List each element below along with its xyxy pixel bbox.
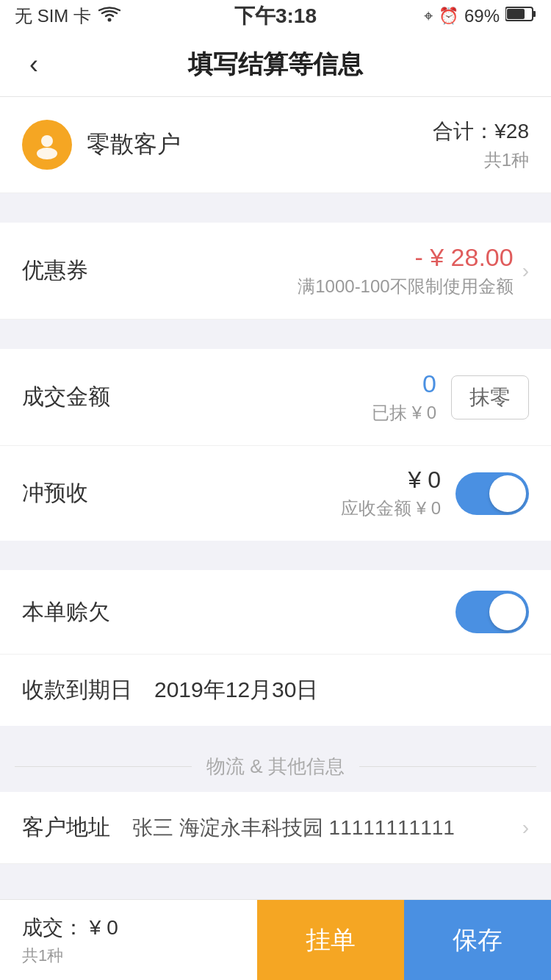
customer-name: 零散客户 [87, 129, 181, 161]
svg-point-5 [37, 148, 57, 159]
customer-left: 零散客户 [22, 120, 181, 170]
address-chevron-icon: › [522, 816, 529, 840]
round-off-button[interactable]: 抹零 [451, 375, 529, 419]
prepaid-row: 冲预收 ¥ 0 应收金额 ¥ 0 [0, 446, 551, 541]
address-row[interactable]: 客户地址 张三 海淀永丰科技园 11111111111 › [0, 792, 551, 864]
arrears-section: 本单赊欠 收款到期日 2019年12月30日 [0, 570, 551, 726]
battery-icon [505, 6, 536, 26]
nav-bar: ‹ 填写结算等信息 [0, 32, 551, 97]
sim-status: 无 SIM 卡 [15, 4, 91, 28]
amount-right: 0 已抹 ¥ 0 抹零 [372, 370, 529, 425]
bottom-info: 成交： ¥ 0 共1种 [0, 900, 257, 980]
address-section: 客户地址 张三 海淀永丰科技园 11111111111 › [0, 792, 551, 864]
customer-section: 零散客户 合计：¥28 共1种 [0, 97, 551, 193]
back-button[interactable]: ‹ [22, 42, 46, 87]
location-icon: ⌖ [424, 7, 433, 26]
amount-label: 成交金额 [22, 382, 110, 412]
amount-value: 0 [372, 370, 436, 398]
amount-sub: 已抹 ¥ 0 [372, 401, 436, 425]
svg-rect-2 [533, 11, 536, 17]
prepaid-sub: 应收金额 ¥ 0 [341, 497, 441, 520]
coupon-sub: 满1000-100不限制使用金额 [298, 275, 513, 298]
prepaid-values: ¥ 0 应收金额 ¥ 0 [341, 466, 441, 520]
customer-count: 共1种 [433, 148, 529, 172]
content: 零散客户 合计：¥28 共1种 优惠券 - ¥ 28.00 满1000-100不… [0, 97, 551, 980]
coupon-value: - ¥ 28.00 [298, 243, 513, 272]
battery-text: 69% [464, 6, 500, 26]
status-bar: 无 SIM 卡 下午3:18 ⌖ ⏰ 69% [0, 0, 551, 32]
coupon-row[interactable]: 优惠券 - ¥ 28.00 满1000-100不限制使用金额 › [0, 223, 551, 320]
status-left: 无 SIM 卡 [15, 4, 120, 28]
transaction-section: 成交金额 0 已抹 ¥ 0 抹零 冲预收 ¥ 0 应收金额 ¥ 0 [0, 349, 551, 541]
customer-total: 合计：¥28 [433, 118, 529, 145]
customer-avatar [22, 120, 72, 170]
prepaid-right: ¥ 0 应收金额 ¥ 0 [341, 466, 529, 520]
arrears-toggle[interactable] [455, 591, 529, 633]
logistics-label: 物流 & 其他信息 [206, 754, 345, 779]
coupon-chevron-icon: › [522, 259, 529, 283]
status-right: ⌖ ⏰ 69% [424, 6, 536, 26]
svg-rect-3 [507, 9, 525, 19]
svg-point-4 [41, 135, 53, 147]
bottom-bar: 成交： ¥ 0 共1种 挂单 保存 [0, 899, 551, 980]
date-value: 2019年12月30日 [154, 675, 318, 705]
date-row: 收款到期日 2019年12月30日 [0, 655, 551, 726]
amount-text-wrap: 0 已抹 ¥ 0 [372, 370, 436, 425]
divider3 [0, 555, 551, 570]
customer-right: 合计：¥28 共1种 [433, 118, 529, 172]
bottom-count: 共1种 [22, 945, 235, 967]
bottom-actions: 挂单 保存 [257, 900, 551, 980]
customer-row[interactable]: 零散客户 合计：¥28 共1种 [0, 97, 551, 193]
date-label: 收款到期日 [22, 675, 132, 705]
wifi-icon [98, 6, 120, 26]
status-time: 下午3:18 [234, 2, 317, 30]
coupon-value-wrap: - ¥ 28.00 满1000-100不限制使用金额 [298, 243, 513, 298]
bottom-deal: 成交： ¥ 0 [22, 914, 235, 942]
address-value: 张三 海淀永丰科技园 11111111111 [132, 814, 500, 842]
logistics-divider: 物流 & 其他信息 [0, 741, 551, 792]
prepaid-amount: ¥ 0 [341, 466, 441, 494]
coupon-section: 优惠券 - ¥ 28.00 满1000-100不限制使用金额 › [0, 223, 551, 320]
amount-row: 成交金额 0 已抹 ¥ 0 抹零 [0, 349, 551, 446]
prepaid-label: 冲预收 [22, 478, 88, 508]
coupon-label: 优惠券 [22, 256, 88, 286]
prepaid-toggle[interactable] [455, 472, 529, 515]
save-button[interactable]: 保存 [404, 900, 551, 980]
hang-button[interactable]: 挂单 [257, 900, 404, 980]
divider1 [0, 208, 551, 223]
divider2 [0, 334, 551, 349]
address-label: 客户地址 [22, 813, 110, 843]
arrears-label: 本单赊欠 [22, 597, 110, 627]
coupon-right: - ¥ 28.00 满1000-100不限制使用金额 › [298, 243, 529, 298]
svg-point-0 [108, 18, 112, 22]
page-title: 填写结算等信息 [188, 48, 363, 82]
arrears-row: 本单赊欠 [0, 570, 551, 655]
alarm-icon: ⏰ [439, 7, 458, 26]
